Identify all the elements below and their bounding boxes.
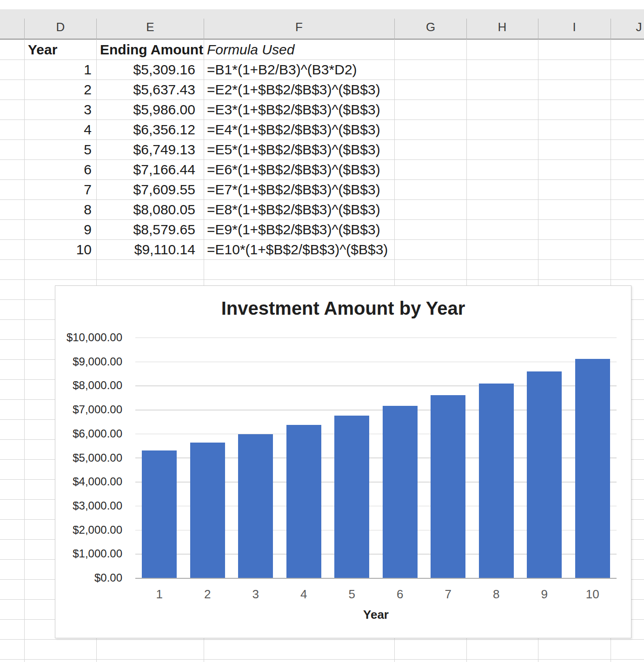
cell-amount[interactable]: $5,309.16 [96,60,204,79]
x-tick-label: 7 [424,586,472,602]
column-header-band: D E F G H I J [0,9,644,40]
x-tick-label: 6 [376,586,425,602]
y-tick-label: $5,000.00 [55,451,122,464]
cell-year-header[interactable]: Year [24,40,96,60]
bar-year-4[interactable] [286,425,321,578]
cell-year[interactable]: 9 [24,219,96,239]
cell-formula[interactable]: =E8*(1+$B$2/$B$3)^($B$3) [204,199,395,219]
header-separator [96,19,97,40]
cell-amount[interactable]: $6,749.13 [96,139,204,159]
column-header-g[interactable]: G [412,18,449,36]
column-header-e[interactable]: E [132,18,169,36]
bar-year-2[interactable] [190,443,225,578]
x-axis-title: Year [135,608,617,622]
column-header-f[interactable]: F [280,18,318,36]
cell-year[interactable]: 3 [24,99,96,119]
cell-amount[interactable]: $5,637.43 [96,79,204,99]
column-header-i[interactable]: I [556,18,593,36]
cell-amount-header[interactable]: Ending Amount [96,40,204,60]
y-tick-label: $8,000.00 [55,379,122,392]
header-separator [204,19,204,40]
header-separator [466,19,467,40]
cell-amount[interactable]: $7,609.55 [96,179,204,199]
y-axis-labels: $10,000.00$9,000.00$8,000.00$7,000.00$6,… [55,338,122,578]
y-tick-label: $10,000.00 [55,331,122,344]
cell-year[interactable]: 10 [24,239,96,259]
cell-formula[interactable]: =E2*(1+$B$2/$B$3)^($B$3) [204,79,395,99]
header-separator [24,19,25,40]
cell-year[interactable]: 7 [24,179,96,199]
cell-formula[interactable]: =E9*(1+$B$2/$B$3)^($B$3) [204,219,395,239]
y-tick-label: $2,000.00 [55,523,122,536]
header-separator [394,19,395,40]
cell-year[interactable]: 1 [24,60,96,79]
x-tick-label: 9 [520,586,569,602]
bar-year-3[interactable] [238,434,273,578]
x-tick-label: 10 [569,586,617,602]
spreadsheet: D E F G H I J Year Ending Amount Formula… [0,0,644,662]
cell-year[interactable]: 2 [24,79,96,99]
x-tick-label: 5 [328,586,376,602]
column-header-d[interactable]: D [42,18,79,36]
cell-year[interactable]: 8 [24,199,96,219]
column-header-h[interactable]: H [484,18,521,36]
cell-amount[interactable]: $6,356.12 [96,119,204,139]
y-tick-label: $1,000.00 [55,547,122,560]
investment-chart[interactable]: Investment Amount by Year $10,000.00$9,0… [55,285,631,638]
cell-amount[interactable]: $8,579.65 [96,219,204,239]
cell-formula[interactable]: =E3*(1+$B$2/$B$3)^($B$3) [204,99,395,119]
cell-amount[interactable]: $5,986.00 [96,99,204,119]
cell-formula[interactable]: =E7*(1+$B$2/$B$3)^($B$3) [204,179,395,199]
cell-amount[interactable]: $8,080.05 [96,199,204,219]
x-axis-labels: 12345678910 [135,586,617,602]
y-tick-label: $9,000.00 [55,355,122,368]
cell-formula[interactable]: =B1*(1+B2/B3)^(B3*D2) [204,60,395,79]
x-tick-label: 3 [232,586,280,602]
bar-year-10[interactable] [575,359,610,578]
bar-year-5[interactable] [334,416,369,578]
x-tick-label: 1 [135,586,184,602]
bar-year-9[interactable] [527,371,562,578]
cell-formula[interactable]: =E10*(1+$B$2/$B$3)^($B$3) [204,239,395,259]
cell-year[interactable]: 6 [24,159,96,179]
y-tick-label: $3,000.00 [55,499,122,512]
bar-year-6[interactable] [383,406,418,578]
cell-year[interactable]: 5 [24,139,96,159]
plot-area [135,338,617,579]
bar-year-8[interactable] [479,384,514,578]
chart-title: Investment Amount by Year [55,298,631,319]
bar-year-1[interactable] [142,450,177,578]
cell-amount[interactable]: $9,110.14 [96,239,204,259]
bar-year-7[interactable] [431,395,465,578]
cell-formula-header[interactable]: Formula Used [204,40,395,60]
x-tick-label: 8 [472,586,521,602]
y-tick-label: $0.00 [55,571,122,584]
header-separator [538,19,538,40]
x-tick-label: 4 [280,586,328,602]
cell-formula[interactable]: =E6*(1+$B$2/$B$3)^($B$3) [204,159,395,179]
y-tick-label: $4,000.00 [55,475,122,488]
column-header-j[interactable]: J [620,18,644,36]
cell-year[interactable]: 4 [24,119,96,139]
cell-formula[interactable]: =E5*(1+$B$2/$B$3)^($B$3) [204,139,395,159]
header-separator [611,19,611,40]
cell-formula[interactable]: =E4*(1+$B$2/$B$3)^($B$3) [204,119,395,139]
cell-amount[interactable]: $7,166.44 [96,159,204,179]
y-tick-label: $7,000.00 [55,403,122,416]
y-tick-label: $6,000.00 [55,427,122,440]
x-tick-label: 2 [184,586,232,602]
